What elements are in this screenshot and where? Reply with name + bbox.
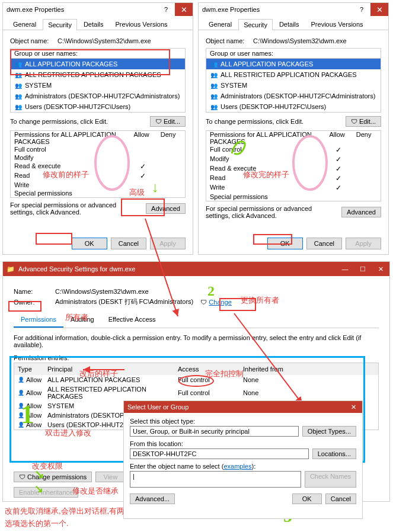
ok-button[interactable]: OK [292, 493, 322, 504]
tabs: General Security Details Previous Versio… [3, 16, 193, 30]
name-label: Name: [14, 288, 55, 295]
folder-icon: 📁 [7, 265, 15, 273]
perm-entry-row[interactable]: 👤AllowALL APPLICATION PACKAGESFull contr… [14, 375, 378, 384]
object-name: C:\Windows\System32\dwm.exe [57, 37, 151, 44]
tab-security[interactable]: Security [43, 19, 77, 30]
title: dwm.exe Properties [202, 6, 260, 13]
close-button[interactable]: ✕ [344, 401, 362, 413]
perm-for-label: Permissions for ALL APPLICATION PACKAGES [14, 131, 128, 145]
advanced-button[interactable]: Advanced [341, 207, 381, 217]
advanced-button[interactable]: Advanced [146, 203, 186, 214]
owner-label: Owner: [14, 299, 55, 306]
group-icon: 👥 [14, 81, 23, 89]
object-name-input[interactable]: | [130, 471, 301, 488]
close-button[interactable]: ✕ [372, 262, 389, 276]
adv-title: Advanced Security Settings for dwm.exe [18, 265, 135, 273]
cancel-button[interactable]: Cancel [325, 493, 356, 504]
tab-details[interactable]: Details [78, 18, 109, 30]
object-types-button[interactable]: Object Types... [302, 426, 356, 437]
tab-permissions[interactable]: Permissions [14, 312, 63, 328]
enter-name-label: Enter the object name to select [130, 463, 220, 470]
group-icon: 👥 [14, 60, 23, 68]
group-label: Group or user names: [11, 49, 185, 58]
tab-auditing[interactable]: Auditing [63, 312, 101, 328]
help-button[interactable]: ? [353, 3, 370, 16]
group-icon: 👥 [14, 70, 23, 79]
help-button[interactable]: ? [157, 3, 175, 16]
locations-button[interactable]: Locations... [312, 448, 356, 459]
owner-value: Administrators (DESKT 打码 FC\Administrato… [55, 297, 193, 306]
user-item-allapp[interactable]: 👥ALL APPLICATION PACKAGES [11, 59, 185, 69]
group-icon: 👥 [14, 92, 23, 100]
examples-link[interactable]: examples [223, 463, 251, 470]
tab-general[interactable]: General [8, 18, 41, 30]
user-item[interactable]: 👥Administrators (DESKTOP-HHUT2FC\Adminis… [11, 91, 185, 101]
min-button[interactable]: — [336, 262, 354, 276]
edit-button[interactable]: 🛡 Edit... [346, 116, 381, 127]
object-name-label: Object name: [10, 37, 57, 44]
close-button[interactable]: ✕ [175, 3, 193, 16]
check-names-button[interactable]: Check Names [305, 471, 356, 488]
sel-type-label: Select this object type: [130, 418, 356, 425]
selusr-title: Select User or Group [127, 403, 188, 411]
enable-inheritance-button[interactable]: Enable inheritance [14, 487, 78, 498]
object-type-field: User, Group, or Built-in security princi… [130, 426, 299, 437]
ann-footer1: 改前先取消继承,会弹出对话框,有两个 [5, 506, 132, 517]
perm-entry-row[interactable]: 👤AllowALL RESTRICTED APPLICATION PACKAGE… [14, 384, 378, 401]
close-button[interactable]: ✕ [370, 3, 388, 16]
group-icon: 👥 [14, 102, 23, 111]
title: dwm.exe Properties [7, 6, 64, 13]
cancel-button[interactable]: Cancel [111, 238, 146, 249]
change-perm-text: To change permissions, click Edit. [10, 118, 108, 125]
apply-button[interactable]: Apply [150, 238, 186, 249]
shield-icon: 🛡 [200, 299, 207, 306]
advanced-button[interactable]: Advanced... [130, 493, 175, 504]
special-perm-text: For special permissions or advanced sett… [10, 201, 123, 216]
user-item[interactable]: 👥Users (DESKTOP-HHUT2FC\Users) [11, 101, 185, 112]
name-value: C:\Windows\System32\dwm.exe [55, 288, 149, 295]
info-text: For additional information, double-click… [14, 334, 379, 348]
view-button[interactable]: View [95, 472, 125, 482]
edit-button[interactable]: 🛡 Edit... [150, 116, 186, 127]
max-button[interactable]: ☐ [354, 262, 372, 276]
user-list[interactable]: 👥ALL APPLICATION PACKAGES 👥ALL RESTRICTE… [11, 58, 185, 112]
user-item[interactable]: 👥SYSTEM [11, 80, 185, 91]
change-perm-button[interactable]: 🛡 Change permissions [14, 472, 92, 482]
from-loc-label: From this location: [130, 440, 356, 447]
change-link[interactable]: Change [209, 299, 232, 306]
location-field: DESKTOP-HHUT2FC [130, 448, 309, 459]
user-item[interactable]: 👥ALL RESTRICTED APPLICATION PACKAGES [11, 69, 185, 80]
perm-table: Full control Modify Read & execute✓ Read… [11, 145, 185, 197]
tab-previous-versions[interactable]: Previous Versions [110, 18, 173, 30]
tab-effective-access[interactable]: Effective Access [101, 312, 163, 328]
ann-footer2: 选项选长的第一个. [5, 518, 69, 529]
pe-label: Permission entries: [14, 354, 379, 361]
ok-button[interactable]: OK [72, 238, 107, 249]
